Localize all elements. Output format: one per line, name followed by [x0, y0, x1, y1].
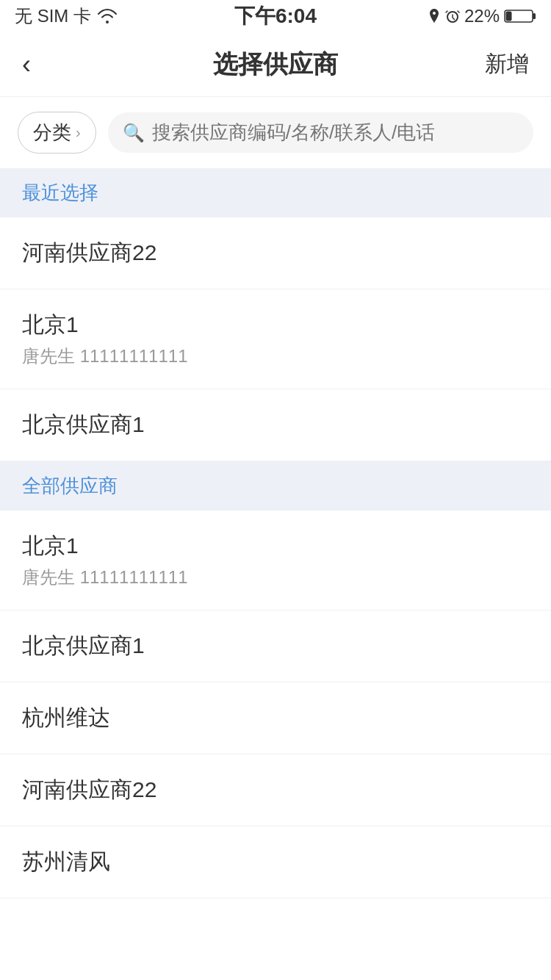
recent-items-list: 河南供应商22北京1唐先生 11111111111北京供应商1 [0, 217, 551, 461]
search-input[interactable] [152, 121, 519, 144]
item-name: 苏州清风 [22, 847, 529, 877]
item-name: 北京1 [22, 310, 529, 340]
category-label: 分类 [33, 120, 71, 145]
status-time: 下午6:04 [234, 2, 317, 30]
list-item[interactable]: 北京供应商1 [0, 389, 551, 461]
filter-bar: 分类 › 🔍 [0, 97, 551, 168]
chevron-right-icon: › [76, 124, 81, 141]
list-item[interactable]: 北京1唐先生 11111111111 [0, 511, 551, 610]
battery-text: 22% [464, 6, 500, 26]
list-item[interactable]: 苏州清风 [0, 826, 551, 898]
list-item[interactable]: 杭州维达 [0, 682, 551, 754]
list-item[interactable]: 北京1唐先生 11111111111 [0, 289, 551, 389]
item-name: 河南供应商22 [22, 238, 529, 268]
item-name: 北京1 [22, 531, 529, 561]
item-sub: 唐先生 11111111111 [22, 566, 529, 589]
page-title: 选择供应商 [213, 48, 338, 82]
status-bar: 无 SIM 卡 下午6:04 22% [0, 0, 551, 32]
all-items-list: 北京1唐先生 11111111111北京供应商1杭州维达河南供应商22苏州清风 [0, 511, 551, 898]
back-button[interactable]: ‹ [22, 49, 66, 80]
battery-icon [504, 8, 536, 24]
recent-section-header: 最近选择 [0, 168, 551, 217]
svg-rect-2 [533, 13, 536, 19]
item-name: 河南供应商22 [22, 775, 529, 805]
wifi-icon [97, 9, 118, 24]
list-item[interactable]: 北京供应商1 [0, 610, 551, 682]
status-left: 无 SIM 卡 [15, 4, 118, 28]
item-name: 杭州维达 [22, 703, 529, 733]
add-button[interactable]: 新增 [485, 49, 529, 79]
search-icon: 🔍 [123, 123, 145, 143]
svg-rect-3 [506, 12, 512, 21]
all-section-header: 全部供应商 [0, 461, 551, 511]
item-name: 北京供应商1 [22, 410, 529, 440]
list-item[interactable]: 河南供应商22 [0, 217, 551, 289]
item-name: 北京供应商1 [22, 631, 529, 661]
item-sub: 唐先生 11111111111 [22, 345, 529, 368]
category-filter-button[interactable]: 分类 › [18, 112, 96, 154]
alarm-icon [445, 8, 460, 24]
search-box: 🔍 [108, 112, 533, 153]
nav-bar: ‹ 选择供应商 新增 [0, 32, 551, 97]
location-icon [428, 8, 441, 24]
status-right: 22% [428, 6, 536, 26]
list-item[interactable]: 河南供应商22 [0, 754, 551, 826]
carrier-text: 无 SIM 卡 [15, 4, 91, 28]
